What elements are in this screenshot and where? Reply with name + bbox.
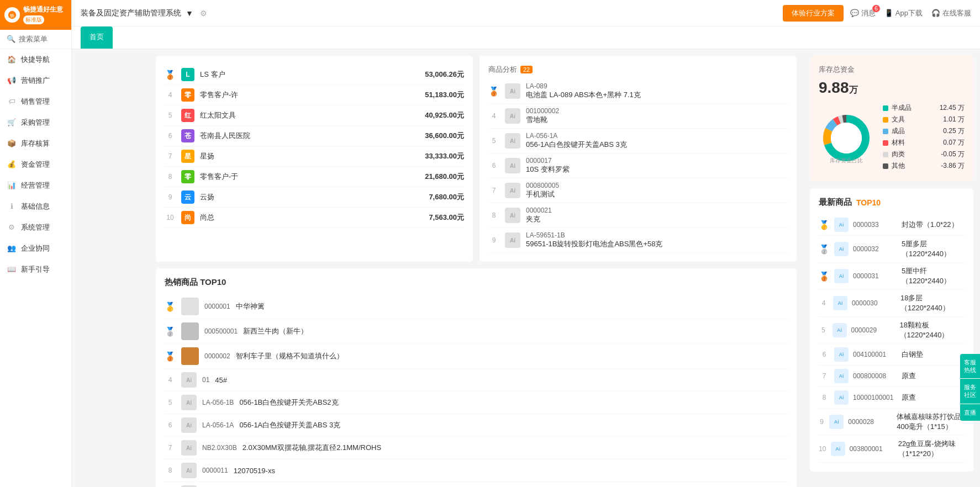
home-icon: 🏠: [7, 55, 17, 65]
trial-button[interactable]: 体验行业方案: [783, 5, 844, 22]
megaphone-icon: 📢: [7, 76, 17, 86]
newest-item: 9 Ai 0000028 体械嘉核味苏打饮品400毫升（1*15）: [819, 409, 965, 436]
customer-value: 40,925.00元: [425, 110, 464, 120]
product-name: 45#: [215, 376, 227, 384]
customer-avatar: 尚: [181, 211, 194, 224]
rank-item: 4 零 零售客户-许 51,183.00元: [165, 85, 464, 105]
medal-icon: 🥉: [165, 70, 176, 80]
customer-rank-list: 🥉 L LS 客户 53,006.26元 4 零 零售客户-许 51,183.0…: [165, 65, 464, 228]
dropdown-arrow[interactable]: ▼: [186, 9, 193, 18]
legend-color-dot: [883, 105, 888, 111]
cs-float-panel: 客服热线 服务社区 直播: [960, 354, 980, 421]
customer-avatar: 零: [181, 170, 194, 183]
product-name: 056-1A白色按键开关盖ABS 3克: [239, 420, 340, 430]
product-icon: Ai: [505, 183, 520, 198]
product-code: 001000002: [526, 107, 559, 115]
sidebar-item-system[interactable]: ⚙ 系统管理: [0, 217, 71, 238]
rank-item: 7 星 星扬 33,333.00元: [165, 146, 464, 167]
notification-icon: 💬: [850, 9, 859, 17]
brand-badge: 标准版: [23, 15, 44, 24]
product-icon: Ai: [505, 158, 520, 173]
search-label: 搜索菜单: [19, 34, 48, 44]
sidebar-item-base-info[interactable]: ℹ 基础信息: [0, 196, 71, 217]
cs-community-button[interactable]: 服务社区: [960, 379, 980, 404]
headset-icon: 🎧: [931, 9, 940, 17]
product-code: LA-056-1A: [202, 421, 234, 429]
notification-button[interactable]: 💬 消息 6: [850, 8, 876, 18]
rank-number: 5: [165, 112, 176, 119]
sidebar-item-guide[interactable]: 📖 新手引导: [0, 259, 71, 280]
customer-name: LS 客户: [200, 70, 419, 80]
legend-item: 肉类 -0.05 万: [883, 150, 965, 159]
chart-icon: 📊: [7, 181, 17, 190]
customer-avatar: 红: [181, 109, 194, 122]
product-sales-header: 商品分析 22: [488, 65, 788, 75]
sidebar-item-inventory[interactable]: 📦 库存核算: [0, 133, 71, 154]
sidebar-item-enterprise[interactable]: 👥 企业协同: [0, 238, 71, 259]
newest-products-card: 最新商品 TOP10 🥇 Ai 0000033 封边带（1.0*22） 🥈 Ai…: [810, 188, 973, 472]
topbar: 装备及固定资产辅助管理系统 ▼ ⚙ 体验行业方案 💬 消息 6 📱 App下载 …: [72, 0, 980, 27]
rank-item: 🥉 L LS 客户 53,006.26元: [165, 65, 464, 85]
newest-item: 🥉 Ai 0000031 5厘中纤（1220*2440）: [819, 263, 965, 290]
sidebar-item-sales[interactable]: 🏷 销售管理: [0, 91, 71, 112]
customer-avatar: L: [181, 68, 194, 81]
product-code: LA-089: [526, 82, 641, 90]
product-code: 0000028: [848, 418, 892, 426]
sidebar-item-purchase[interactable]: 🛒 采购管理: [0, 112, 71, 133]
product-code: 0000031: [853, 272, 897, 280]
product-name: 体械嘉核味苏打饮品400毫升（1*15）: [897, 412, 965, 432]
gear-icon[interactable]: ⚙: [200, 9, 207, 18]
inventory-legend: 半成品 12.45 万 文具 1.01 万 成品 0.25 万: [883, 103, 965, 173]
tab-home[interactable]: 首页: [81, 27, 113, 49]
product-icon: Ai: [505, 108, 520, 124]
rank-number: 6: [165, 132, 176, 140]
cs-live-button[interactable]: 直播: [960, 404, 980, 421]
rank-number: 5: [488, 137, 499, 145]
legend-item: 文具 1.01 万: [883, 115, 965, 124]
sidebar-item-operations[interactable]: 📊 经营管理: [0, 175, 71, 196]
rank-number: 10: [165, 214, 176, 221]
medal-gold: 🥇: [165, 301, 176, 312]
product-icon: Ai: [833, 323, 847, 337]
product-code: 003800001: [850, 445, 894, 453]
notification-badge: 6: [872, 5, 880, 12]
online-service-button[interactable]: 🎧 在线客服: [931, 8, 971, 18]
cs-hotline-button[interactable]: 客服热线: [960, 354, 980, 379]
middle-panel: 🥉 L LS 客户 53,006.26元 4 零 零售客户-许 51,183.0…: [149, 49, 803, 487]
hot-product-item: 🥉 0000002 智利车子里（规格不知道填什么）: [165, 344, 788, 369]
rank-number: 9: [165, 193, 176, 201]
team-icon: 👥: [7, 244, 17, 253]
sidebar-item-marketing[interactable]: 📢 营销推广: [0, 70, 71, 91]
product-icon: Ai: [834, 369, 849, 383]
customer-name: 苍南县人民医院: [200, 131, 419, 141]
top-customers-card: 🥉 L LS 客户 53,006.26元 4 零 零售客户-许 51,183.0…: [156, 56, 473, 262]
brand-name: 畅捷通好生意: [23, 6, 63, 14]
sidebar-search[interactable]: 🔍 搜索菜单: [0, 30, 71, 49]
rank-item: 6 Ai 0000017 10S 变料罗紫: [488, 153, 788, 178]
donut-chart: 库存资金占比: [819, 110, 874, 166]
product-code: 0000021: [526, 207, 552, 214]
legend-color-dot: [883, 152, 888, 157]
product-icon: Ai: [181, 395, 197, 410]
product-name: 夹克: [526, 214, 552, 224]
info-icon: ℹ: [7, 202, 17, 211]
rank-number: 8: [165, 467, 176, 474]
product-name: 智利车子里（规格不知道填什么）: [236, 351, 344, 361]
sidebar-item-nav[interactable]: 🏠 快捷导航: [0, 49, 71, 70]
sidebar-item-finance[interactable]: 💰 资金管理: [0, 154, 71, 175]
medal-bronze: 🥉: [165, 351, 176, 362]
product-name: 白钢垫: [902, 350, 923, 359]
main-area: 装备及固定资产辅助管理系统 ▼ ⚙ 体验行业方案 💬 消息 6 📱 App下载 …: [72, 0, 980, 487]
customer-avatar: 零: [181, 88, 194, 102]
svg-point-9: [831, 123, 862, 153]
product-name: 原查: [902, 393, 916, 403]
customer-value: 33,333.00元: [425, 151, 464, 161]
product-code: 0000029: [851, 326, 895, 334]
app-download-button[interactable]: 📱 App下载: [884, 8, 923, 18]
legend-color-dot: [883, 129, 888, 134]
hot-product-item: 7 Ai NB2.0X30B 2.0X30MM双摆花轴,摆花直径2.1MM/RO…: [165, 437, 788, 459]
customer-value: 51,183.00元: [425, 90, 464, 100]
legend-color-dot: [883, 117, 888, 123]
sidebar: 畅 畅捷通好生意 标准版 🔍 搜索菜单 🏠 快捷导航 📢 营销推广 🏷 销售管理…: [0, 0, 72, 487]
product-icon: Ai: [834, 242, 849, 256]
